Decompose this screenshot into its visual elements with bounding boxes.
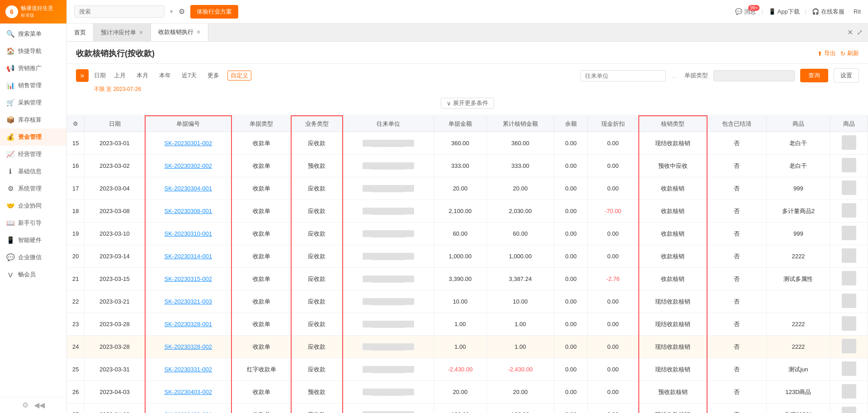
tab-home[interactable]: 首页 [67, 24, 94, 41]
sidebar-item-销售管理[interactable]: 📊销售管理 [0, 77, 66, 94]
cell-partner: ████████ [343, 313, 434, 336]
sidebar-nav: 🔍搜索菜单🏠快捷导航📢营销推广📊销售管理🛒采购管理📦库存核算💰资金管理📈经营管理… [0, 24, 66, 397]
cell-verified: 60.00 [486, 223, 554, 245]
cell-date: 2023-03-21 [85, 290, 145, 313]
sidebar-item-系统管理[interactable]: ⚙系统管理 [0, 180, 66, 197]
sidebar-item-经营管理[interactable]: 📈经营管理 [0, 146, 66, 163]
bill-no-link[interactable]: SK-20230408-001 [165, 411, 212, 413]
date-filter-label: 日期 [94, 71, 106, 80]
cell-verified: 1,000.00 [486, 245, 554, 268]
message-button[interactable]: 💬 消息 99+ [735, 8, 756, 16]
table-section[interactable]: ⚙ 日期 单据编号 单据类型 业务类型 往来单位 单据金额 累计核销金额 余额 … [67, 115, 868, 413]
solution-button[interactable]: 体验行业方案 [190, 5, 238, 19]
chevron-down-icon[interactable]: ▾ [170, 8, 173, 15]
sidebar-item-企业协同[interactable]: 🤝企业协同 [0, 197, 66, 214]
close-all-icon[interactable]: ✕ [847, 28, 853, 37]
app-download-button[interactable]: 📱 App下载 [769, 8, 800, 16]
col-product: 商品 [766, 116, 830, 132]
refresh-button[interactable]: ↻ 刷新 [840, 49, 859, 57]
filter-settings-button[interactable]: 设置 [834, 68, 859, 83]
filter-this-month[interactable]: 本月 [134, 71, 151, 81]
bill-no-link[interactable]: SK-20230328-002 [165, 343, 212, 350]
bill-no-link[interactable]: SK-20230308-001 [165, 208, 212, 214]
sidebar-item-企业微信[interactable]: 💬企业微信 [0, 249, 66, 266]
query-button[interactable]: 查询 [800, 69, 828, 82]
sidebar-item-营销推广[interactable]: 📢营销推广 [0, 60, 66, 77]
sidebar-item-资金管理[interactable]: 💰资金管理 [0, 128, 66, 146]
tab-collection-close-icon[interactable]: ✕ [196, 29, 201, 35]
cell-included: 否 [707, 381, 767, 404]
cell-verify-type: 现结收款核销 [639, 313, 707, 336]
cell-verify-type: 收款核销 [639, 223, 707, 245]
collapse-toggle[interactable]: » [76, 69, 89, 82]
sidebar-item-快捷导航[interactable]: 🏠快捷导航 [0, 43, 66, 60]
filter-this-year[interactable]: 本年 [156, 71, 174, 81]
tab-payable[interactable]: 预计冲应付单 ✕ [94, 24, 151, 41]
tab-collection-label: 收款核销执行 [158, 28, 193, 36]
sidebar-item-畅会员[interactable]: V畅会员 [0, 266, 66, 283]
cell-product2 [830, 177, 868, 200]
sidebar-item-搜索菜单[interactable]: 🔍搜索菜单 [0, 25, 66, 43]
tab-collection[interactable]: 收款核销执行 ✕ [151, 24, 208, 41]
bill-no-link[interactable]: SK-20230315-002 [165, 275, 212, 282]
filter-expand[interactable]: ∨ 展开更多条件 [76, 96, 859, 110]
bill-no-link[interactable]: SK-20230331-002 [165, 366, 212, 373]
filter-7days[interactable]: 近7天 [179, 71, 199, 81]
filter-custom[interactable]: 自定义 [227, 71, 251, 81]
user-name[interactable]: Rit [854, 8, 861, 15]
bill-type-select[interactable] [713, 70, 795, 81]
export-icon: ⬆ [817, 50, 822, 57]
cell-amount: 360.00 [434, 132, 486, 155]
tab-payable-label: 预计冲应付单 [101, 28, 136, 37]
cell-included: 否 [707, 404, 767, 413]
col-partner: 往来单位 [343, 116, 434, 132]
bill-no-link[interactable]: SK-20230302-002 [165, 162, 212, 169]
product-thumbnail [842, 271, 856, 285]
cell-partner: ████████ [343, 245, 434, 268]
cell-partner: ████████ [343, 268, 434, 290]
cell-included: 否 [707, 358, 767, 381]
cell-balance: 0.00 [554, 381, 588, 404]
bill-no-link[interactable]: SK-20230321-003 [165, 298, 212, 305]
expand-icon[interactable]: ⤢ [857, 28, 863, 37]
cell-discount: 0.00 [588, 155, 639, 177]
sidebar-item-采购管理[interactable]: 🛒采购管理 [0, 94, 66, 111]
col-product2: 商品 [830, 116, 868, 132]
cell-balance: 0.00 [554, 132, 588, 155]
filter-prev-month[interactable]: 上月 [111, 71, 128, 81]
search-input[interactable] [74, 5, 165, 18]
bill-no-link[interactable]: SK-20230314-001 [165, 253, 212, 260]
sidebar-item-库存核算[interactable]: 📦库存核算 [0, 111, 66, 128]
tabbar-actions: ✕ ⤢ [842, 24, 868, 41]
cell-partner: ████████ [343, 200, 434, 223]
bill-no-link[interactable]: SK-20230403-002 [165, 389, 212, 395]
online-service-button[interactable]: 🎧 在线客服 [812, 8, 844, 16]
cell-verify-type: 现结收款核销 [639, 290, 707, 313]
cell-partner: ████████ [343, 132, 434, 155]
table-row: 17 2023-03-04 SK-20230304-001 收款单 应收款 ██… [67, 177, 868, 200]
cell-balance: 0.00 [554, 313, 588, 336]
cell-bill-no: SK-20230328-002 [145, 336, 231, 358]
bill-no-link[interactable]: SK-20230301-002 [165, 140, 212, 147]
export-button[interactable]: ⬆ 导出 [817, 49, 836, 57]
bill-no-link[interactable]: SK-20230328-001 [165, 321, 212, 328]
partner-input[interactable] [580, 70, 666, 81]
settings-icon[interactable]: ⚙ [73, 120, 78, 127]
gear-icon[interactable]: ⚙ [179, 7, 185, 16]
col-settings[interactable]: ⚙ [67, 116, 85, 132]
bill-no-link[interactable]: SK-20230310-001 [165, 230, 212, 237]
sidebar-item-智能硬件[interactable]: 📱智能硬件 [0, 232, 66, 249]
collapse-icon[interactable]: ◀◀ [34, 401, 45, 409]
filter-more[interactable]: 更多 [205, 71, 222, 81]
sidebar-item-新手引导[interactable]: 📖新手引导 [0, 214, 66, 232]
bill-no-link[interactable]: SK-20230304-001 [165, 185, 212, 192]
cell-partner: ████████ [343, 358, 434, 381]
sidebar-item-label: 营销推广 [18, 64, 42, 72]
sidebar-item-基础信息[interactable]: ℹ基础信息 [0, 163, 66, 180]
settings-icon[interactable]: ⚙ [22, 401, 28, 409]
cell-balance: 0.00 [554, 290, 588, 313]
cell-bill-type: 红字收款单 [231, 358, 291, 381]
tab-payable-close-icon[interactable]: ✕ [139, 29, 143, 36]
sidebar-item-label: 畅会员 [18, 271, 36, 279]
cell-no: 16 [67, 155, 85, 177]
